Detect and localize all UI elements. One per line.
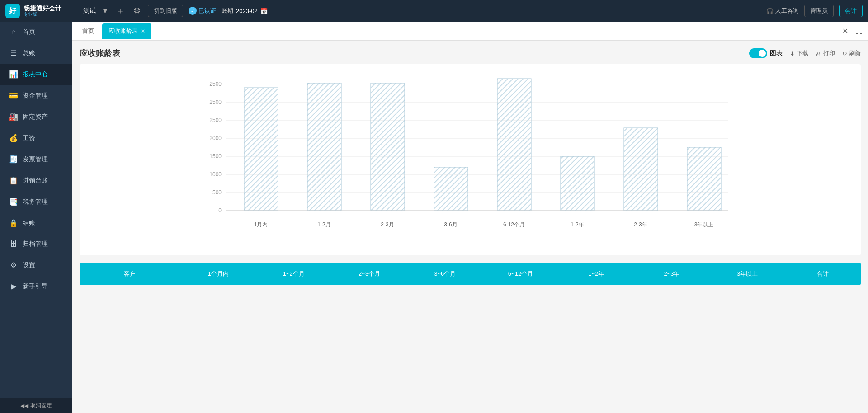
topbar-right: 🎧 人工咨询 管理员 会计	[766, 5, 863, 17]
sidebar-item-close[interactable]: 🔒 结账	[0, 212, 72, 234]
col-header-1m: 1个月内	[180, 263, 256, 285]
logo: 好 畅捷通好会计 专业版	[5, 4, 78, 18]
download-icon: ⬇	[790, 50, 795, 57]
company-dropdown-button[interactable]: ▾	[101, 5, 109, 17]
add-button[interactable]: ＋	[114, 5, 126, 17]
chart-toggle-group: 图表	[749, 48, 783, 58]
svg-text:500: 500	[212, 189, 222, 196]
svg-text:1月内: 1月内	[254, 221, 268, 228]
svg-rect-25	[497, 79, 531, 211]
topbar: 好 畅捷通好会计 专业版 测试 ▾ ＋ ⚙ 切到旧版 ✓ 已认证 账期 2023…	[0, 0, 868, 22]
svg-rect-21	[371, 83, 405, 211]
switch-old-version-button[interactable]: 切到旧版	[148, 5, 183, 17]
sidebar-item-guide[interactable]: ▶ 新手引导	[0, 276, 72, 297]
col-header-customer: 客户	[80, 263, 180, 285]
company-name[interactable]: 测试	[83, 7, 96, 15]
sidebar-label-payroll: 工资	[23, 134, 35, 142]
sidebar-label-settings: 设置	[23, 261, 35, 269]
svg-text:2500: 2500	[209, 117, 222, 123]
tax-icon: 📑	[9, 197, 18, 206]
sidebar-item-home[interactable]: ⌂ 首页	[0, 22, 72, 42]
col-header-2-3y: 2~3年	[634, 263, 709, 285]
logo-icon: 好	[5, 4, 20, 18]
page-actions: 图表 ⬇ 下载 🖨 打印 ↻ 刷新	[749, 48, 861, 58]
sidebar-label-trade: 进销台账	[23, 177, 48, 185]
pin-icon: ◀◀	[20, 403, 28, 409]
bar-chart: 2500 2500 2500 2000 1500 1000 500 0	[87, 75, 854, 247]
tabbar: 首页 应收账龄表 ✕ ✕ ⛶	[72, 22, 868, 41]
tab-aging-close[interactable]: ✕	[141, 28, 145, 34]
settings-gear-button[interactable]: ⚙	[132, 5, 142, 17]
sidebar-item-fund[interactable]: 💳 资金管理	[0, 85, 72, 106]
cancel-fixed-button[interactable]: ◀◀ 取消固定	[0, 398, 72, 413]
page-header: 应收账龄表 图表 ⬇ 下载 🖨 打印 ↻	[80, 48, 861, 59]
page: 应收账龄表 图表 ⬇ 下载 🖨 打印 ↻	[72, 41, 868, 413]
sidebar-item-asset[interactable]: 🏭 固定资产	[0, 106, 72, 127]
consult-button[interactable]: 🎧 人工咨询	[766, 7, 799, 15]
tab-home[interactable]: 首页	[76, 23, 100, 39]
col-header-6-12m: 6~12个月	[483, 263, 558, 285]
logo-sub: 专业版	[24, 12, 61, 17]
headset-icon: 🎧	[766, 8, 774, 14]
table-header: 客户 1个月内 1~2个月 2~3个月 3~6个月 6~12个月 1~2年 2~…	[80, 263, 861, 285]
content-area: 首页 应收账龄表 ✕ ✕ ⛶ 应收账龄表 图表	[72, 22, 868, 413]
guide-icon: ▶	[9, 282, 18, 291]
svg-text:2-3年: 2-3年	[634, 221, 647, 228]
print-button[interactable]: 🖨 打印	[816, 49, 835, 57]
sidebar-label-guide: 新手引导	[23, 282, 48, 291]
sidebar-item-payroll[interactable]: 💰 工资	[0, 127, 72, 149]
svg-text:1-2月: 1-2月	[317, 221, 330, 228]
expand-panel-button[interactable]: ⛶	[854, 25, 864, 37]
chart-container: 2500 2500 2500 2000 1500 1000 500 0	[80, 64, 861, 255]
chart-toggle-label: 图表	[770, 49, 783, 57]
svg-text:2500: 2500	[209, 81, 222, 87]
asset-icon: 🏭	[9, 113, 18, 121]
period-value: 2023-02	[236, 8, 258, 14]
svg-rect-23	[434, 167, 468, 211]
svg-text:0: 0	[218, 207, 222, 214]
close-books-icon: 🔒	[9, 219, 18, 227]
sidebar-label-ledger: 总账	[23, 49, 35, 57]
close-panel-button[interactable]: ✕	[840, 25, 850, 37]
certified-icon: ✓	[189, 7, 197, 15]
invoice-icon: 🧾	[9, 155, 18, 164]
home-icon: ⌂	[9, 28, 18, 36]
tab-aging-label: 应收账龄表	[108, 27, 138, 35]
col-header-1-2y: 1~2年	[558, 263, 634, 285]
col-header-total: 合计	[785, 263, 861, 285]
print-icon: 🖨	[816, 50, 821, 57]
col-header-3y-plus: 3年以上	[710, 263, 785, 285]
trade-icon: 📋	[9, 176, 18, 185]
sidebar-item-report[interactable]: 📊 报表中心	[0, 64, 72, 85]
logo-name: 畅捷通好会计	[24, 5, 61, 12]
certified-badge: ✓ 已认证	[189, 7, 216, 15]
sidebar: ⌂ 首页 ☰ 总账 📊 报表中心 💳 资金管理 🏭 固定资产 💰 工资	[0, 22, 72, 413]
sidebar-item-settings[interactable]: ⚙ 设置	[0, 254, 72, 276]
sidebar-item-trade[interactable]: 📋 进销台账	[0, 170, 72, 191]
sidebar-label-archive: 归档管理	[23, 240, 48, 248]
calendar-icon[interactable]: 📅	[260, 8, 268, 14]
sidebar-label-asset: 固定资产	[23, 113, 48, 121]
sidebar-scroll-area: ⌂ 首页 ☰ 总账 📊 报表中心 💳 资金管理 🏭 固定资产 💰 工资	[0, 22, 72, 413]
period-info: 账期 2023-02 📅	[222, 7, 268, 15]
sidebar-item-tax[interactable]: 📑 税务管理	[0, 191, 72, 212]
role-button[interactable]: 会计	[839, 5, 863, 17]
chart-toggle-switch[interactable]	[749, 48, 767, 58]
sidebar-item-invoice[interactable]: 🧾 发票管理	[0, 149, 72, 170]
sidebar-label-report: 报表中心	[23, 70, 48, 79]
svg-text:3-6月: 3-6月	[444, 221, 457, 228]
download-button[interactable]: ⬇ 下载	[790, 49, 808, 57]
refresh-icon: ↻	[842, 50, 847, 57]
archive-icon: 🗄	[9, 240, 18, 248]
svg-text:3年以上: 3年以上	[694, 221, 714, 228]
sidebar-item-ledger[interactable]: ☰ 总账	[0, 42, 72, 64]
period-label: 账期	[222, 7, 233, 15]
sidebar-item-archive[interactable]: 🗄 归档管理	[0, 234, 72, 254]
svg-rect-19	[307, 83, 341, 211]
svg-rect-17	[244, 88, 278, 211]
refresh-button[interactable]: ↻ 刷新	[842, 49, 861, 57]
manager-button[interactable]: 管理员	[804, 5, 834, 17]
svg-text:1500: 1500	[209, 153, 222, 160]
ledger-icon: ☰	[9, 49, 18, 57]
tab-aging[interactable]: 应收账龄表 ✕	[102, 23, 151, 39]
